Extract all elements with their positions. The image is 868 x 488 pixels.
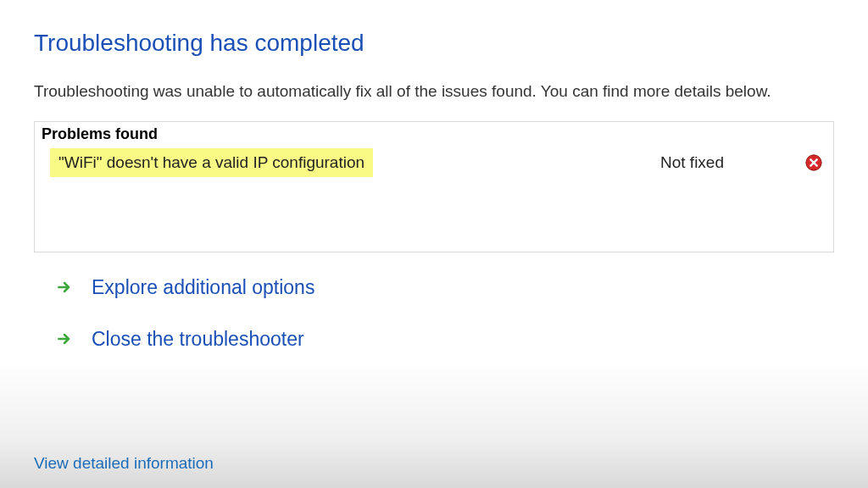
error-icon <box>804 153 823 172</box>
close-troubleshooter-label: Close the troubleshooter <box>92 328 304 351</box>
explore-options-label: Explore additional options <box>92 276 314 299</box>
explore-options-link[interactable]: Explore additional options <box>56 276 314 299</box>
problem-row[interactable]: "WiFi" doesn't have a valid IP configura… <box>35 145 833 182</box>
arrow-right-icon <box>56 330 73 347</box>
close-troubleshooter-link[interactable]: Close the troubleshooter <box>56 328 304 351</box>
arrow-right-icon <box>56 279 73 296</box>
problem-status: Not fixed <box>660 153 724 172</box>
subtitle-text: Troubleshooting was unable to automatica… <box>34 80 831 103</box>
page-title: Troubleshooting has completed <box>34 30 834 57</box>
problems-panel: Problems found "WiFi" doesn't have a val… <box>34 121 834 252</box>
problems-header: Problems found <box>35 122 833 145</box>
view-details-link[interactable]: View detailed information <box>34 454 214 473</box>
problem-description: "WiFi" doesn't have a valid IP configura… <box>50 148 373 177</box>
